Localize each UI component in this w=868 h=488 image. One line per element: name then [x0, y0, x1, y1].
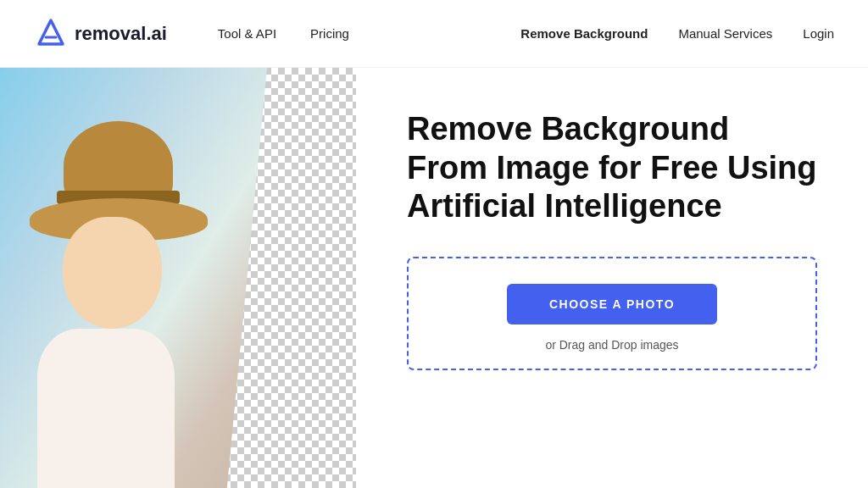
face — [63, 217, 163, 329]
left-navigation: Tool & API Pricing — [218, 26, 521, 41]
choose-photo-button[interactable]: CHOOSE A PHOTO — [507, 284, 717, 324]
upload-dropzone[interactable]: CHOOSE A PHOTO or Drag and Drop images — [407, 257, 817, 370]
drag-drop-label: or Drag and Drop images — [545, 338, 678, 352]
hero-content: Remove Background From Image for Free Us… — [356, 68, 868, 488]
hero-title: Remove Background From Image for Free Us… — [407, 110, 817, 226]
logo-icon — [34, 17, 68, 51]
nav-tool-api[interactable]: Tool & API — [218, 26, 276, 41]
main-content: Remove Background From Image for Free Us… — [0, 68, 868, 488]
site-header: removal.ai Tool & API Pricing Remove Bac… — [0, 0, 868, 68]
person-overlay — [0, 89, 249, 488]
logo-text: removal.ai — [75, 23, 167, 45]
nav-pricing[interactable]: Pricing — [310, 26, 349, 41]
logo-link[interactable]: removal.ai — [34, 17, 167, 51]
nav-login[interactable]: Login — [803, 26, 834, 41]
nav-remove-background[interactable]: Remove Background — [520, 26, 648, 41]
hero-image-container — [0, 68, 356, 488]
right-navigation: Remove Background Manual Services Login — [520, 26, 834, 41]
nav-manual-services[interactable]: Manual Services — [678, 26, 772, 41]
body — [37, 329, 175, 488]
